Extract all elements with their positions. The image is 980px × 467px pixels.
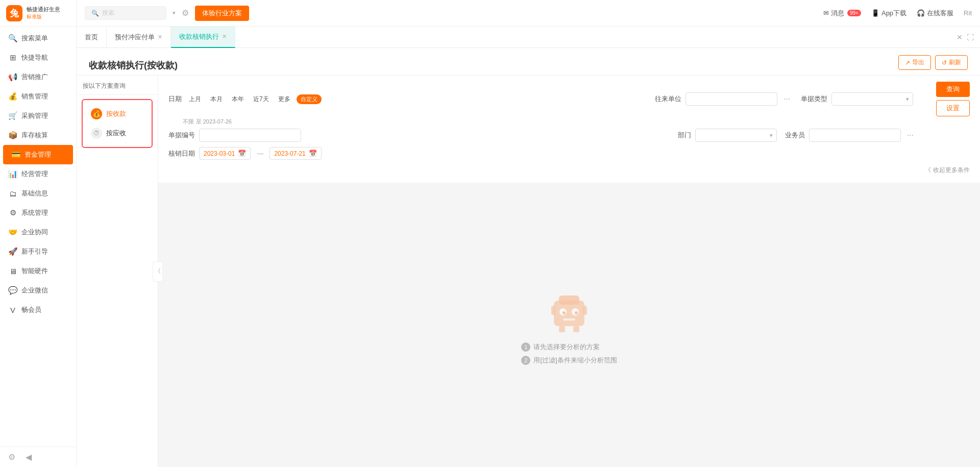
nav-icon-member: V xyxy=(8,306,17,314)
empty-hints: 1 请先选择要分析的方案 2 用[过滤]条件来缩小分析范围 xyxy=(521,342,617,365)
settings-icon[interactable]: ⚙ xyxy=(8,452,15,462)
date-opt-more[interactable]: 更多 xyxy=(275,94,293,105)
nav-label-inventory: 库存核算 xyxy=(21,131,48,140)
nav-icon-wechat: 💬 xyxy=(8,286,17,295)
filter-option-receivable[interactable]: ⏱ 按应收 xyxy=(83,124,152,143)
page-actions: ↗ 导出 ↺ 刷新 xyxy=(898,55,968,75)
hint-num-2: 2 xyxy=(521,356,530,365)
date-to-text: 至 2023-07-26 xyxy=(196,118,232,125)
sidebar-item-wechat[interactable]: 💬企业微信 xyxy=(0,281,76,300)
date-opt-last-month[interactable]: 上月 xyxy=(186,94,204,105)
tab-prepay-label: 预付冲应付单 xyxy=(115,33,155,42)
nav-icon-sales: 💰 xyxy=(8,92,17,101)
query-button[interactable]: 查询 xyxy=(936,82,970,97)
date-opt-custom[interactable]: 自定义 xyxy=(297,94,322,104)
voucher-type-label: 单据类型 xyxy=(801,94,827,104)
nav-icon-smart-hw: 🖥 xyxy=(8,267,17,276)
nav-icon-marketing: 📢 xyxy=(8,72,17,82)
date-opt-this-year[interactable]: 本年 xyxy=(229,94,247,105)
tab-prepay-close-icon[interactable]: ✕ xyxy=(158,34,162,40)
sidebar-item-sales[interactable]: 💰销售管理 xyxy=(0,87,76,106)
receivable-option-icon: ⏱ xyxy=(91,128,102,139)
dept-select[interactable] xyxy=(695,129,777,142)
form-action-buttons: 查询 设置 xyxy=(936,82,970,116)
nav-label-operation: 经营管理 xyxy=(21,169,48,179)
sidebar-item-finance[interactable]: 💳资金管理 xyxy=(3,145,73,164)
tab-receipt-verify[interactable]: 收款核销执行 ✕ xyxy=(171,27,235,48)
solution-button[interactable]: 体验行业方案 xyxy=(195,6,249,21)
topbar: 🔍 搜索 ▾ ⚙ 体验行业方案 ✉ 消息 99+ 📱 App下载 🎧 在线客服 … xyxy=(77,0,980,27)
voucher-no-input[interactable] xyxy=(199,129,301,142)
nav-label-wechat: 企业微信 xyxy=(21,286,48,295)
topbar-search[interactable]: 🔍 搜索 xyxy=(85,6,166,20)
topbar-gear-icon[interactable]: ⚙ xyxy=(182,8,189,18)
maximize-icon[interactable]: ⛶ xyxy=(967,33,974,41)
staff-dots-icon[interactable]: ··· xyxy=(905,129,916,142)
customer-service-label: 在线客服 xyxy=(927,9,953,18)
date-opt-this-month[interactable]: 本月 xyxy=(207,94,226,105)
partner-dots-icon[interactable]: ··· xyxy=(781,92,792,106)
customer-service-item[interactable]: 🎧 在线客服 xyxy=(917,9,953,18)
setting-button[interactable]: 设置 xyxy=(936,100,970,116)
filter-sidebar-title: 按以下方案查询 xyxy=(77,82,158,95)
sidebar-item-guide[interactable]: 🚀新手引导 xyxy=(0,242,76,261)
nav-icon-quick-nav: ⊞ xyxy=(8,53,17,62)
dept-label: 部门 xyxy=(678,131,691,140)
partner-field: 往来单位 ··· xyxy=(655,92,792,106)
sidebar-item-purchase[interactable]: 🛒采购管理 xyxy=(0,106,76,126)
tab-prepay[interactable]: 预付冲应付单 ✕ xyxy=(107,27,171,48)
sidebar-item-enterprise[interactable]: 🤝企业协同 xyxy=(0,223,76,242)
sidebar-bottom: ⚙ ◀ xyxy=(0,447,76,467)
partner-input[interactable] xyxy=(685,92,777,106)
nav-label-search-menu: 搜索菜单 xyxy=(21,34,48,43)
search-icon: 🔍 xyxy=(91,10,99,17)
empty-state: 1 请先选择要分析的方案 2 用[过滤]条件来缩小分析范围 xyxy=(158,183,980,467)
page-header: 收款核销执行(按收款) ↗ 导出 ↺ 刷新 xyxy=(77,48,980,76)
sidebar: 兔 畅捷通好生意 标准版 🔍搜索菜单⊞快捷导航📢营销推广💰销售管理🛒采购管理📦库… xyxy=(0,0,77,467)
sidebar-item-basic-info[interactable]: 🗂基础信息 xyxy=(0,184,76,203)
verify-date-end-input[interactable]: 2023-07-21 📅 xyxy=(270,147,321,160)
verify-date-start-cal-icon: 📅 xyxy=(238,150,246,157)
date-range-dash: — xyxy=(257,150,263,157)
refresh-button[interactable]: ↺ 刷新 xyxy=(935,55,968,70)
nav-icon-purchase: 🛒 xyxy=(8,111,17,120)
date-opt-7days[interactable]: 近7天 xyxy=(250,94,272,105)
svg-point-5 xyxy=(575,311,578,314)
export-button[interactable]: ↗ 导出 xyxy=(898,55,931,70)
sidebar-item-search-menu[interactable]: 🔍搜索菜单 xyxy=(0,29,76,48)
nav-label-quick-nav: 快捷导航 xyxy=(21,53,48,62)
date-options: 上月 本月 本年 近7天 更多 自定义 xyxy=(186,94,322,105)
collapse-more-btn[interactable]: 《 收起更多条件 xyxy=(168,164,970,177)
sidebar-item-marketing[interactable]: 📢营销推广 xyxy=(0,67,76,87)
sidebar-item-quick-nav[interactable]: ⊞快捷导航 xyxy=(0,48,76,67)
tab-receipt-verify-close-icon[interactable]: ✕ xyxy=(222,33,227,40)
collapse-sidebar-icon[interactable]: ◀ xyxy=(26,452,32,462)
topbar-chevron-icon[interactable]: ▾ xyxy=(173,10,176,16)
app-download-item[interactable]: 📱 App下载 xyxy=(871,9,906,18)
sidebar-item-operation[interactable]: 📊经营管理 xyxy=(0,164,76,184)
date-field: 日期 上月 本月 本年 近7天 更多 自定义 xyxy=(168,94,322,105)
verify-date-label: 核销日期 xyxy=(168,149,195,158)
tab-home[interactable]: 首页 xyxy=(77,27,107,48)
receipt-option-icon: 💰 xyxy=(91,108,102,119)
right-content: 日期 上月 本月 本年 近7天 更多 自定义 xyxy=(158,76,980,467)
nav-icon-operation: 📊 xyxy=(8,169,17,179)
collapse-sidebar-arrow[interactable]: 《 xyxy=(153,261,163,282)
svg-rect-10 xyxy=(573,326,579,332)
voucher-type-select[interactable] xyxy=(831,92,913,106)
close-window-icon[interactable]: ✕ xyxy=(957,33,963,41)
verify-date-start-input[interactable]: 2023-03-01 📅 xyxy=(199,147,251,160)
user-name[interactable]: Rit xyxy=(964,9,972,17)
sidebar-item-smart-hw[interactable]: 🖥智能硬件 xyxy=(0,261,76,281)
sidebar-item-member[interactable]: V畅会员 xyxy=(0,300,76,319)
sidebar-item-system[interactable]: ⚙系统管理 xyxy=(0,203,76,223)
sidebar-item-inventory[interactable]: 📦库存核算 xyxy=(0,126,76,145)
filter-option-receipt[interactable]: 💰 按收款 xyxy=(83,104,152,124)
verify-date-end-text: 2023-07-21 xyxy=(274,150,305,157)
content-layout: 按以下方案查询 💰 按收款 ⏱ 按应收 《 xyxy=(77,76,980,467)
query-row-1: 日期 上月 本月 本年 近7天 更多 自定义 xyxy=(168,82,970,116)
message-item[interactable]: ✉ 消息 99+ xyxy=(823,9,861,18)
staff-input[interactable] xyxy=(809,129,901,142)
page-wrapper: 🔍 搜索 ▾ ⚙ 体验行业方案 ✉ 消息 99+ 📱 App下载 🎧 在线客服 … xyxy=(77,0,980,467)
voucher-no-label: 单据编号 xyxy=(168,131,195,140)
